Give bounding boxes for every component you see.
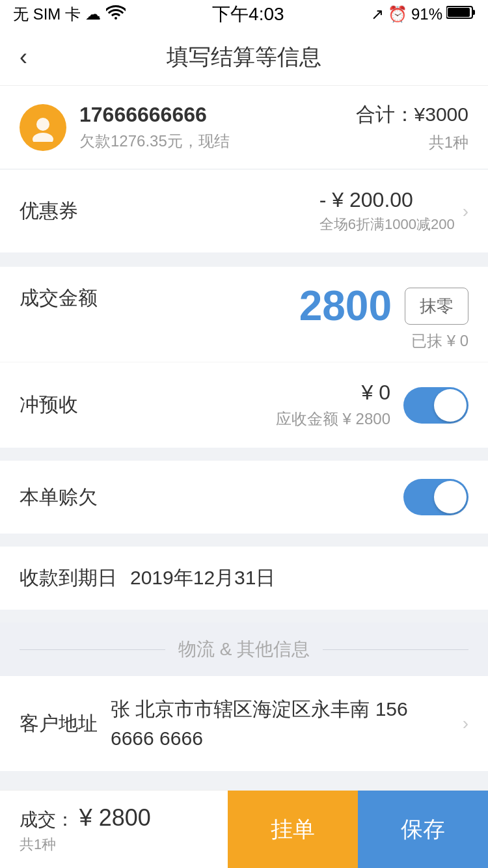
debt-toggle[interactable] (403, 479, 468, 515)
coupon-amount: - ¥ 200.00 (319, 188, 455, 212)
user-card: 17666666666 欠款1276.35元，现结 合计：¥3000 共1种 (0, 86, 488, 169)
precollect-sub: 应收金额 ¥ 2800 (276, 409, 390, 429)
transaction-sub: 已抹 ¥ 0 (411, 331, 468, 351)
precollect-row: 冲预收 ¥ 0 应收金额 ¥ 2800 (0, 362, 488, 448)
debt-toggle-knob (434, 481, 467, 513)
footer-trans-label: 成交： (20, 809, 74, 830)
svg-point-4 (33, 133, 53, 142)
header: ‹ 填写结算等信息 (0, 29, 488, 86)
address-value: 张 北京市市辖区海淀区永丰南 156 6666 6666 (111, 694, 450, 753)
user-total: 合计：¥3000 (356, 102, 468, 128)
footer: 成交： ¥ 2800 共1种 挂单 保存 (0, 790, 488, 868)
precollect-right: ¥ 0 应收金额 ¥ 2800 (276, 381, 390, 429)
hold-button[interactable]: 挂单 (228, 791, 358, 868)
address-row[interactable]: 客户地址 张 北京市市辖区海淀区永丰南 156 6666 6666 › (0, 676, 488, 771)
transaction-row: 成交金额 2800 抹零 已抹 ¥ 0 (0, 267, 488, 362)
location-icon: ↗ (371, 5, 384, 23)
page-title: 填写结算等信息 (167, 42, 321, 72)
coupon-label: 优惠券 (20, 198, 78, 224)
user-right: 合计：¥3000 共1种 (356, 102, 468, 153)
logistics-separator: 物流 & 其他信息 (0, 623, 488, 676)
user-info: 17666666666 欠款1276.35元，现结 (79, 103, 230, 152)
toggle-knob (434, 389, 467, 422)
precollect-label: 冲预收 (20, 392, 78, 418)
alarm-icon: ⏰ (388, 5, 407, 23)
transaction-label: 成交金额 (20, 285, 98, 312)
svg-point-3 (36, 118, 49, 131)
save-button[interactable]: 保存 (358, 791, 488, 868)
back-button[interactable]: ‹ (20, 44, 27, 71)
status-time: 下午4:03 (212, 2, 284, 27)
coupon-desc: 全场6折满1000减200 (319, 215, 455, 234)
status-left: 无 SIM 卡 ☁ (13, 4, 126, 25)
logistics-label: 物流 & 其他信息 (178, 637, 310, 662)
battery-label: 91% (411, 5, 442, 23)
battery-icon (446, 5, 475, 23)
status-right: ↗ ⏰ 91% (371, 5, 475, 23)
svg-rect-1 (472, 10, 475, 15)
due-date-label: 收款到期日 (20, 565, 117, 591)
debt-section: 本单赊欠 (0, 461, 488, 534)
user-count: 共1种 (356, 132, 468, 153)
footer-amount: ¥ 2800 (79, 804, 151, 831)
address-chevron-icon: › (463, 713, 468, 734)
section-divider-3 (0, 534, 488, 547)
svg-rect-2 (448, 8, 470, 17)
transaction-section: 成交金额 2800 抹零 已抹 ¥ 0 冲预收 ¥ 0 应收金额 ¥ 2800 (0, 267, 488, 448)
section-divider-4 (0, 610, 488, 623)
status-bar: 无 SIM 卡 ☁ 下午4:03 ↗ ⏰ 91% (0, 0, 488, 29)
wifi-icon (106, 5, 126, 23)
due-date-row: 收款到期日 2019年12月31日 (0, 547, 488, 610)
footer-count: 共1种 (20, 835, 208, 854)
debt-row: 本单赊欠 (0, 461, 488, 534)
round-button[interactable]: 抹零 (405, 288, 468, 325)
coupon-row[interactable]: 优惠券 - ¥ 200.00 全场6折满1000减200 › (0, 170, 488, 252)
footer-info: 成交： ¥ 2800 共1种 (0, 791, 228, 868)
transaction-value: 2800 (299, 285, 392, 327)
precollect-amount: ¥ 0 (362, 381, 390, 405)
precollect-toggle[interactable] (403, 387, 468, 424)
avatar (20, 104, 66, 151)
user-phone: 17666666666 (79, 103, 230, 127)
section-divider-2 (0, 448, 488, 461)
sep-line-left (20, 649, 165, 650)
user-left: 17666666666 欠款1276.35元，现结 (20, 103, 230, 152)
address-label: 客户地址 (20, 711, 98, 737)
chevron-right-icon: › (463, 201, 468, 222)
due-date-value: 2019年12月31日 (130, 565, 275, 591)
footer-amount-line: 成交： ¥ 2800 (20, 804, 208, 832)
sep-line-right (323, 649, 468, 650)
user-debt: 欠款1276.35元，现结 (79, 131, 230, 152)
debt-label: 本单赊欠 (20, 484, 98, 511)
sim-label: 无 SIM 卡 ☁ (13, 4, 101, 25)
section-divider-1 (0, 254, 488, 267)
